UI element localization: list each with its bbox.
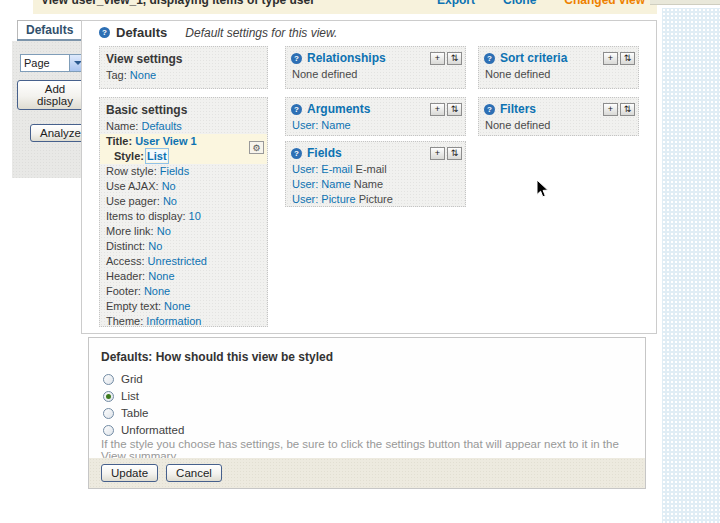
radio-label: Grid <box>121 373 143 385</box>
setting-row: Title: User View 1 <box>100 134 267 149</box>
setting-value-link[interactable]: No <box>163 195 177 207</box>
setting-label: Empty text: <box>106 300 161 312</box>
argument-link[interactable]: User: Name <box>292 119 351 131</box>
setting-value-link[interactable]: No <box>157 225 171 237</box>
sort-criteria-title-link[interactable]: Sort criteria <box>500 51 567 65</box>
setting-value-link[interactable]: No <box>148 240 162 252</box>
field-link[interactable]: User: E-mail <box>292 163 353 175</box>
setting-row: Style: List <box>100 149 267 164</box>
views-edit-page: View user_view_1, displaying items of ty… <box>0 0 720 523</box>
help-icon[interactable]: ? <box>291 53 302 64</box>
view-header-links: ExportCloneChanged view <box>409 0 645 7</box>
setting-value-link[interactable]: 10 <box>189 210 201 222</box>
help-icon[interactable]: ? <box>291 148 302 159</box>
radio-label: Unformatted <box>121 424 184 436</box>
radio-label: List <box>121 390 139 402</box>
rearrange-icon[interactable]: ⇅ <box>447 147 462 160</box>
relationships-empty: None defined <box>286 67 465 81</box>
view-header-strip: View user_view_1, displaying items of ty… <box>33 0 657 14</box>
style-option-unformatted[interactable]: Unformatted <box>103 422 184 438</box>
add-icon[interactable]: + <box>430 147 445 160</box>
relationships-title-link[interactable]: Relationships <box>307 51 386 65</box>
help-icon[interactable]: ? <box>99 27 110 38</box>
setting-value-link[interactable]: No <box>162 180 176 192</box>
view-settings-title: View settings <box>100 47 267 68</box>
setting-label: Use pager: <box>106 195 160 207</box>
style-settings-gear-icon[interactable]: ⚙ <box>249 141 264 154</box>
style-option-list[interactable]: List <box>103 388 184 404</box>
setting-label: Items to display: <box>106 210 185 222</box>
field-row: User: E-mail E-mail <box>286 162 465 177</box>
sort-criteria-empty: None defined <box>479 67 638 81</box>
add-icon[interactable]: + <box>430 52 445 65</box>
setting-value-link[interactable]: Fields <box>160 165 189 177</box>
field-row: User: Name Name <box>286 177 465 192</box>
setting-row: Items to display: 10 <box>100 209 267 224</box>
setting-label: Name: <box>106 120 138 132</box>
style-option-table[interactable]: Table <box>103 405 184 421</box>
setting-value-link[interactable]: List <box>147 150 167 162</box>
basic-settings-box: Basic settings Name: DefaultsTitle: User… <box>99 97 268 327</box>
view-title: View user_view_1, displaying items of ty… <box>41 0 315 7</box>
help-icon[interactable]: ? <box>484 53 495 64</box>
style-settings-form: Defaults: How should this view be styled… <box>88 337 646 489</box>
setting-value-link[interactable]: Defaults <box>141 120 181 132</box>
style-form-title: Defaults: How should this view be styled <box>101 350 333 364</box>
rearrange-icon[interactable]: ⇅ <box>620 103 635 116</box>
setting-label: Tag: <box>106 69 127 81</box>
setting-label: Theme: <box>106 315 143 327</box>
display-heading: Defaults <box>116 25 167 40</box>
radio-button[interactable] <box>103 408 114 419</box>
field-link[interactable]: User: Name <box>292 178 351 190</box>
update-button[interactable]: Update <box>101 464 158 482</box>
help-icon[interactable]: ? <box>291 104 302 115</box>
style-options: GridListTableUnformatted <box>103 371 184 439</box>
setting-value-link[interactable]: None <box>164 300 190 312</box>
top-corner-bar <box>650 0 720 5</box>
setting-row: More link: No <box>100 224 267 239</box>
radio-button[interactable] <box>103 391 114 402</box>
setting-value-link[interactable]: User View 1 <box>135 135 197 147</box>
rearrange-icon[interactable]: ⇅ <box>447 103 462 116</box>
setting-row: Row style: Fields <box>100 164 267 179</box>
view-settings-box: View settings Tag: None <box>99 46 268 89</box>
fields-title-link[interactable]: Fields <box>307 146 342 160</box>
field-link[interactable]: User: Picture <box>292 193 356 205</box>
style-option-grid[interactable]: Grid <box>103 371 184 387</box>
display-description: Default settings for this view. <box>185 26 337 40</box>
add-icon[interactable]: + <box>430 103 445 116</box>
fields-box: ? Fields + ⇅ User: E-mail E-mailUser: Na… <box>285 141 466 207</box>
field-row: User: Picture Picture <box>286 192 465 207</box>
setting-value-link[interactable]: None <box>144 285 170 297</box>
header-link-changed-view[interactable]: Changed view <box>564 0 645 7</box>
radio-button[interactable] <box>103 374 114 385</box>
setting-value-link[interactable]: Information <box>146 315 201 327</box>
setting-value-link[interactable]: Unrestricted <box>148 255 207 267</box>
setting-value-link[interactable]: None <box>148 270 174 282</box>
setting-label: Footer: <box>106 285 141 297</box>
help-icon[interactable]: ? <box>484 104 495 115</box>
setting-row: Footer: None <box>100 284 267 299</box>
header-link-export[interactable]: Export <box>437 0 475 7</box>
setting-row: Distinct: No <box>100 239 267 254</box>
cancel-button[interactable]: Cancel <box>166 464 222 482</box>
page-sidebar-background <box>662 8 720 523</box>
add-icon[interactable]: + <box>603 52 618 65</box>
arguments-title-link[interactable]: Arguments <box>307 102 370 116</box>
header-link-clone[interactable]: Clone <box>503 0 536 7</box>
setting-row: Name: Defaults <box>100 119 267 134</box>
rearrange-icon[interactable]: ⇅ <box>620 52 635 65</box>
setting-value-link[interactable]: None <box>130 69 156 81</box>
arguments-box: ? Arguments + ⇅ User: Name <box>285 97 466 136</box>
rearrange-icon[interactable]: ⇅ <box>447 52 462 65</box>
display-type-select[interactable]: Page <box>20 54 86 72</box>
setting-label: Header: <box>106 270 145 282</box>
display-type-value: Page <box>21 57 69 69</box>
add-icon[interactable]: + <box>603 103 618 116</box>
setting-row: Header: None <box>100 269 267 284</box>
field-suffix: E-mail <box>353 163 387 175</box>
field-suffix: Name <box>351 178 383 190</box>
radio-button[interactable] <box>103 425 114 436</box>
filters-title-link[interactable]: Filters <box>500 102 536 116</box>
view-summary: ? Defaults Default settings for this vie… <box>81 20 657 334</box>
